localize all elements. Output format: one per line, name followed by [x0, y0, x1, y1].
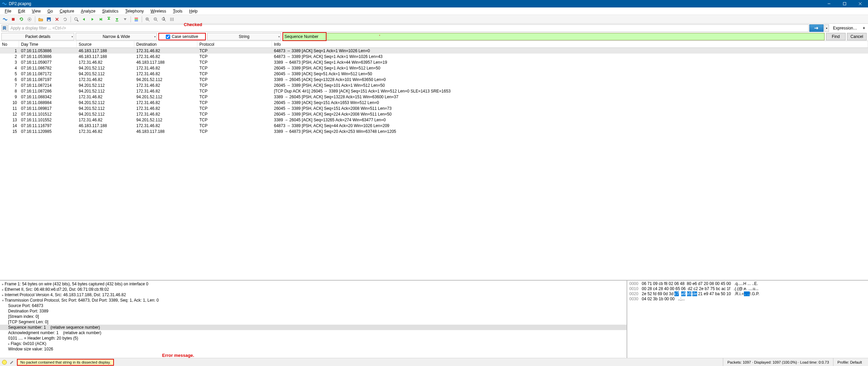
- search-in-combo[interactable]: Packet details▾: [1, 33, 74, 40]
- expression-button[interactable]: Expression…: [830, 24, 861, 32]
- search-field-extension[interactable]: [327, 33, 825, 40]
- packet-list-body[interactable]: 107:16:11.05388646.183.117.188172.31.46.…: [0, 48, 868, 280]
- status-bar: No packet contained that string in its d…: [0, 358, 868, 366]
- tree-line[interactable]: Window size value: 1026: [0, 346, 627, 352]
- close-button[interactable]: [852, 0, 868, 7]
- col-source[interactable]: Source: [77, 41, 134, 47]
- packet-row[interactable]: 807:16:11.08728694.201.52.112172.31.46.8…: [0, 88, 868, 94]
- display-filter-input[interactable]: [8, 24, 809, 32]
- tree-line[interactable]: Destination Port: 3389: [0, 308, 627, 314]
- colorize-icon[interactable]: [133, 16, 140, 23]
- menu-tools[interactable]: Tools: [170, 8, 186, 14]
- menu-analyze[interactable]: Analyze: [78, 8, 99, 14]
- packet-row[interactable]: 107:16:11.05388646.183.117.188172.31.46.…: [0, 48, 868, 54]
- packet-row[interactable]: 1307:16:11.101552172.31.46.8294.201.52.1…: [0, 117, 868, 123]
- expert-info-icon[interactable]: [2, 360, 7, 365]
- zoom-out-icon[interactable]: [152, 16, 159, 23]
- zoom-reset-icon[interactable]: 1: [160, 16, 167, 23]
- start-capture-icon[interactable]: [1, 16, 9, 23]
- menu-help[interactable]: Help: [186, 8, 201, 14]
- charset-combo[interactable]: Narrow & Wide▾: [76, 33, 157, 40]
- hex-line[interactable]: 0000 06 71 09 cb f8 02 06 48 80 e6 d7 20…: [629, 281, 866, 286]
- packet-row[interactable]: 207:16:11.05388646.183.117.188172.31.46.…: [0, 54, 868, 59]
- packet-row[interactable]: 1207:16:11.10151294.201.52.112172.31.46.…: [0, 111, 868, 117]
- stop-capture-icon[interactable]: [9, 16, 17, 23]
- go-back-icon[interactable]: [81, 16, 88, 23]
- autoscroll-icon[interactable]: [121, 16, 129, 23]
- menu-telephony[interactable]: Telephony: [122, 8, 147, 14]
- packet-row[interactable]: 707:16:11.08721494.201.52.112172.31.46.8…: [0, 82, 868, 88]
- packet-row[interactable]: 1007:16:11.08898494.201.52.112172.31.46.…: [0, 100, 868, 105]
- menu-edit[interactable]: Edit: [15, 8, 28, 14]
- packet-bytes-pane[interactable]: 0000 06 71 09 cb f8 02 06 48 80 e6 d7 20…: [627, 281, 868, 358]
- minimize-button[interactable]: [821, 0, 837, 7]
- packet-row[interactable]: 1407:16:11.11679746.183.117.188172.31.46…: [0, 123, 868, 128]
- menu-view[interactable]: View: [28, 8, 44, 14]
- tree-line[interactable]: [TCP Segment Len: 0]: [0, 319, 627, 325]
- go-to-packet-icon[interactable]: [97, 16, 104, 23]
- packet-row[interactable]: 1107:16:11.08981794.201.52.112172.31.46.…: [0, 105, 868, 111]
- open-file-icon[interactable]: [37, 16, 44, 23]
- resize-columns-icon[interactable]: [168, 16, 176, 23]
- edit-icon[interactable]: [9, 360, 14, 365]
- menu-go[interactable]: Go: [44, 8, 56, 14]
- tree-line[interactable]: Flags: 0x010 (ACK): [0, 341, 627, 346]
- col-destination[interactable]: Destination: [134, 41, 197, 47]
- maximize-button[interactable]: [837, 0, 852, 7]
- restart-capture-icon[interactable]: [18, 16, 25, 23]
- cancel-button[interactable]: Cancel: [847, 33, 867, 40]
- add-filter-button[interactable]: +: [861, 24, 867, 32]
- menu-file[interactable]: File: [1, 8, 15, 14]
- find-packet-icon[interactable]: [73, 16, 80, 23]
- save-file-icon[interactable]: [45, 16, 53, 23]
- col-protocol[interactable]: Protocol: [197, 41, 272, 47]
- col-info[interactable]: Info: [272, 41, 868, 47]
- col-daytime[interactable]: Day Time: [19, 41, 77, 47]
- packet-list: No Day Time Source Destination Protocol …: [0, 41, 868, 280]
- search-type-combo[interactable]: String▾: [207, 33, 281, 40]
- packet-row[interactable]: 507:16:11.08717294.201.52.112172.31.46.8…: [0, 71, 868, 77]
- status-profile[interactable]: Profile: Default: [833, 358, 866, 366]
- tree-line[interactable]: Source Port: 64873: [0, 303, 627, 308]
- tree-line[interactable]: Transmission Control Protocol, Src Port:…: [0, 298, 627, 303]
- toolbar-separator: [35, 16, 35, 22]
- packet-row[interactable]: 1507:16:11.120985172.31.46.8246.183.117.…: [0, 128, 868, 134]
- hex-line[interactable]: 0020 2e 52 fd 69 0d 3d c7 a9 b5 de 21 e9…: [629, 291, 866, 297]
- svg-line-22: [148, 20, 150, 21]
- tree-line[interactable]: [Stream index: 0]: [0, 314, 627, 319]
- packet-row[interactable]: 407:16:11.08678294.201.52.112172.31.46.8…: [0, 65, 868, 71]
- capture-options-icon[interactable]: [26, 16, 33, 23]
- menu-capture[interactable]: Capture: [56, 8, 78, 14]
- menu-statistics[interactable]: Statistics: [99, 8, 122, 14]
- charset-label: Narrow & Wide: [103, 34, 130, 39]
- menu-wireless[interactable]: Wireless: [147, 8, 170, 14]
- tree-line[interactable]: Frame 1: 54 bytes on wire (432 bits), 54…: [0, 281, 627, 287]
- go-last-icon[interactable]: [113, 16, 121, 23]
- apply-filter-button[interactable]: [809, 24, 824, 32]
- bookmark-filter-icon[interactable]: [1, 25, 7, 32]
- zoom-in-icon[interactable]: [144, 16, 151, 23]
- hex-line[interactable]: 0030 04 02 3b 1b 00 00 ..;...: [629, 297, 866, 302]
- svg-point-11: [75, 18, 77, 20]
- tree-line[interactable]: Acknowledgment number: 1 (relative ack n…: [0, 330, 627, 336]
- hex-line[interactable]: 0010 00 28 c4 28 40 00 65 06 d2 c2 2e b7…: [629, 286, 866, 291]
- reload-icon[interactable]: [61, 16, 69, 23]
- search-in-label: Packet details: [25, 34, 51, 39]
- search-field[interactable]: [283, 33, 326, 40]
- tree-line[interactable]: Sequence number: 1 (relative sequence nu…: [0, 325, 627, 330]
- find-button[interactable]: Find: [826, 33, 846, 40]
- close-file-icon[interactable]: [53, 16, 61, 23]
- go-forward-icon[interactable]: [89, 16, 96, 23]
- packet-details-pane[interactable]: Frame 1: 54 bytes on wire (432 bits), 54…: [0, 281, 627, 358]
- tree-line[interactable]: Internet Protocol Version 4, Src: 46.183…: [0, 292, 627, 298]
- packet-row[interactable]: 607:16:11.087197172.31.46.8294.201.52.11…: [0, 77, 868, 82]
- tree-line[interactable]: Ethernet II, Src: 06:48:80:e6:d7:20, Dst…: [0, 287, 627, 292]
- col-no[interactable]: No: [0, 41, 19, 47]
- packet-row[interactable]: 907:16:11.088342172.31.46.8294.201.52.11…: [0, 94, 868, 100]
- tree-line[interactable]: 0101 .... = Header Length: 20 bytes (5): [0, 336, 627, 341]
- case-sensitive-checkbox[interactable]: Case sensitive: [158, 33, 206, 40]
- go-first-icon[interactable]: [105, 16, 113, 23]
- filter-history-dropdown[interactable]: ▾: [824, 24, 829, 32]
- packet-row[interactable]: 307:16:11.059077172.31.46.8246.183.117.1…: [0, 59, 868, 65]
- svg-rect-1: [843, 2, 846, 5]
